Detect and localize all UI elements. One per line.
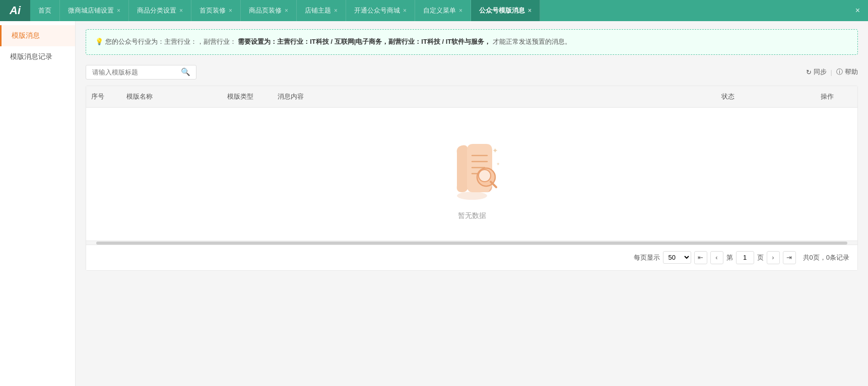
nav-tabs: 首页微商城店铺设置×商品分类设置×首页装修×商品页装修×店铺主题×开通公众号商城… [30, 0, 847, 21]
help-button[interactable]: ⓘ 帮助 [836, 67, 858, 76]
empty-text: 暂无数据 [458, 211, 486, 220]
toolbar-right: ↻ 同步 | ⓘ 帮助 [806, 67, 858, 76]
close-all-tabs-button[interactable]: × [847, 6, 868, 15]
empty-illustration: ✦ ✦ [442, 138, 502, 203]
col-header-content: 消息内容 [273, 86, 716, 107]
main-layout: 模版消息模版消息记录 💡 您的公众号行业为：主营行业：，副营行业： 需要设置为：… [0, 21, 868, 386]
nav-tab-product-decoration[interactable]: 商品页装修× [241, 0, 297, 21]
sidebar-items: 模版消息模版消息记录 [0, 25, 75, 67]
search-input-wrap: 🔍 [86, 65, 196, 80]
scroll-thumb[interactable] [96, 242, 847, 245]
per-page-label: 每页显示 [634, 253, 660, 262]
close-tab-icon[interactable]: × [528, 7, 531, 14]
sidebar: 模版消息模版消息记录 [0, 21, 76, 386]
close-tab-icon[interactable]: × [459, 7, 462, 14]
nav-tab-custom-menu[interactable]: 自定义菜单× [415, 0, 471, 21]
col-header-action: 操作 [797, 86, 857, 107]
close-tab-icon[interactable]: × [403, 7, 407, 14]
search-input[interactable] [90, 65, 181, 79]
close-tab-icon[interactable]: × [179, 7, 183, 14]
nav-tab-store-theme[interactable]: 店铺主题× [297, 0, 346, 21]
sync-label: 同步 [814, 67, 827, 76]
col-header-type: 模版类型 [222, 86, 273, 107]
pagination: 每页显示 50 10 20 100 ⇤ ‹ 第 页 › ⇥ 共0页，0条记录 [86, 245, 857, 270]
search-button[interactable]: 🔍 [181, 67, 190, 76]
nav-tab-homepage-decoration[interactable]: 首页装修× [191, 0, 241, 21]
page-total: 共0页，0条记录 [803, 253, 849, 262]
sync-button[interactable]: ↻ 同步 [806, 67, 827, 76]
top-nav: Ai 首页微商城店铺设置×商品分类设置×首页装修×商品页装修×店铺主题×开通公众… [0, 0, 868, 21]
empty-state: ✦ ✦ 暂无数据 [86, 108, 857, 241]
per-page-select[interactable]: 50 10 20 100 [663, 251, 691, 264]
current-page-input[interactable] [736, 251, 754, 264]
notice-prefix: 您的公众号行业为：主营行业：，副营行业： [105, 38, 236, 45]
nav-tab-store-settings[interactable]: 微商城店铺设置× [60, 0, 129, 21]
data-table: 序号 模版名称 模版类型 消息内容 状态 操作 [86, 86, 858, 271]
table-header: 序号 模版名称 模版类型 消息内容 状态 操作 [86, 86, 857, 108]
nav-tab-home[interactable]: 首页 [30, 0, 60, 21]
toolbar-divider: | [831, 68, 832, 76]
sidebar-item-template-msg[interactable]: 模版消息 [0, 25, 75, 46]
svg-point-6 [479, 170, 491, 182]
close-tab-icon[interactable]: × [285, 7, 288, 14]
help-icon: ⓘ [836, 67, 843, 76]
nav-tab-open-mall[interactable]: 开通公众号商城× [346, 0, 415, 21]
svg-point-0 [457, 192, 487, 200]
svg-text:✦: ✦ [496, 162, 500, 167]
sync-icon: ↻ [806, 68, 812, 76]
notice-suffix: 才能正常发送预置的消息。 [493, 38, 571, 45]
content-area: 💡 您的公众号行业为：主营行业：，副营行业： 需要设置为：主营行业：IT科技 /… [76, 21, 868, 386]
col-header-name: 模版名称 [121, 86, 222, 107]
close-tab-icon[interactable]: × [117, 7, 120, 14]
nav-tab-template-msg[interactable]: 公众号模版消息× [471, 0, 540, 21]
horizontal-scrollbar[interactable] [86, 241, 857, 245]
last-page-button[interactable]: ⇥ [783, 251, 796, 264]
page-label-post: 页 [757, 253, 764, 262]
notice-box: 💡 您的公众号行业为：主营行业：，副营行业： 需要设置为：主营行业：IT科技 /… [86, 29, 858, 55]
col-header-status: 状态 [716, 86, 797, 107]
help-label: 帮助 [845, 67, 858, 76]
notice-icon: 💡 [95, 38, 103, 45]
page-label-pre: 第 [726, 253, 733, 262]
nav-logo: Ai [0, 0, 30, 21]
sidebar-item-template-msg-record[interactable]: 模版消息记录 [0, 46, 75, 67]
prev-page-button[interactable]: ‹ [710, 251, 723, 264]
notice-highlight: 需要设置为：主营行业：IT科技 / 互联网|电子商务，副营行业：IT科技 / I… [238, 38, 491, 45]
nav-tab-category-settings[interactable]: 商品分类设置× [129, 0, 191, 21]
svg-text:✦: ✦ [492, 146, 498, 155]
col-header-seq: 序号 [86, 86, 121, 107]
close-tab-icon[interactable]: × [334, 7, 338, 14]
first-page-button[interactable]: ⇤ [694, 251, 707, 264]
search-row: 🔍 ↻ 同步 | ⓘ 帮助 [86, 65, 858, 80]
next-page-button[interactable]: › [767, 251, 780, 264]
close-tab-icon[interactable]: × [229, 7, 232, 14]
